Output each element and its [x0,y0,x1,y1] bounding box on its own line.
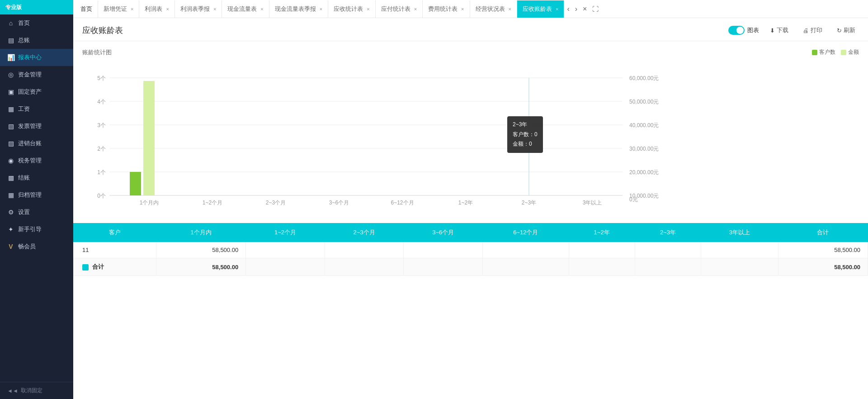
chart-svg: 5个 4个 3个 2个 1个 0个 60,000.00元 50,000.00元 … [82,62,656,216]
svg-text:3~6个月: 3~6个月 [329,200,349,206]
legend-amount-dot [841,50,846,55]
sidebar-item-settings[interactable]: ⚙ 设置 [0,204,73,221]
print-button[interactable]: 🖨 打印 [799,24,826,36]
cell-m3-6 [404,242,483,258]
tab-ar-aging[interactable]: 应收账龄表 × [517,0,564,18]
tab-voucher[interactable]: 新增凭证 × [98,0,139,18]
sidebar-item-tax[interactable]: ◉ 税务管理 [0,152,73,169]
refresh-button[interactable]: ↻ 刷新 [833,24,859,36]
chart-legend: 客户数 金额 [812,48,859,56]
tab-profit-quarter[interactable]: 利润表季报 × [175,0,222,18]
svg-text:2~3年: 2~3年 [522,200,536,206]
sidebar-item-reports[interactable]: 📊 报表中心 [0,49,73,66]
tab-expense-stat[interactable]: 费用统计表 × [423,0,470,18]
total-m1-2 [246,258,325,276]
tab-close-voucher[interactable]: × [131,6,133,12]
sidebar-item-archive[interactable]: ▦ 归档管理 [0,186,73,204]
svg-text:4个: 4个 [97,99,106,105]
chart-toggle[interactable] [728,26,745,35]
sidebar-item-ledger[interactable]: ▤ 总账 [0,32,73,49]
tab-close-expense-stat[interactable]: × [461,6,464,12]
legend-customer: 客户数 [812,48,835,56]
bar-amount-1 [143,81,155,195]
tab-cashflow[interactable]: 现金流量表 × [222,0,269,18]
tab-ar-stat[interactable]: 应收统计表 × [328,0,375,18]
data-table: 客户 1个月内 1~2个月 2~3个月 3~6个月 6~12个月 1~2年 2~… [73,223,868,276]
download-button[interactable]: ⬇ 下载 [766,24,792,36]
cell-total: 58,500.00 [778,242,868,258]
toggle-label: 图表 [747,26,759,34]
tab-profit[interactable]: 利润表 × [139,0,175,18]
bar-customer-1 [130,172,141,195]
table-header-row: 客户 1个月内 1~2个月 2~3个月 3~6个月 6~12个月 1~2年 2~… [73,223,868,242]
col-header-m3-6: 3~6个月 [404,223,483,242]
tab-ap-stat[interactable]: 应付统计表 × [376,0,423,18]
funds-icon: ◎ [7,71,14,78]
tab-close-ap-stat[interactable]: × [414,6,417,12]
content-area: 应收账龄表 图表 ⬇ 下载 🖨 打印 ↻ 刷新 [73,18,868,399]
tab-close-cashflow-quarter[interactable]: × [320,6,322,12]
archive-icon: ▦ [7,191,14,199]
cell-y1-2 [569,242,635,258]
sidebar-item-guide[interactable]: ✦ 新手引导 [0,221,73,238]
svg-text:3年以上: 3年以上 [583,200,602,206]
tab-expand-button[interactable]: ⛶ [590,0,601,18]
sidebar-item-home[interactable]: ⌂ 首页 [0,14,73,32]
chart-toggle-group: 图表 [728,26,759,35]
table-row: 11 58,500.00 58,500.00 [73,242,868,258]
total-label: 合计 [73,258,156,276]
refresh-icon: ↻ [837,27,842,34]
tab-close-profit-quarter[interactable]: × [213,6,216,12]
sidebar-item-funds[interactable]: ◎ 资金管理 [0,66,73,83]
tab-close-ar-aging[interactable]: × [556,6,558,12]
col-header-m1: 1个月内 [156,223,246,242]
svg-text:60,000.00元: 60,000.00元 [629,75,659,81]
header-actions: 图表 ⬇ 下载 🖨 打印 ↻ 刷新 [728,24,859,36]
tab-close-operations[interactable]: × [509,6,511,12]
tax-icon: ◉ [7,157,14,164]
sidebar-collapse-button[interactable]: ◄◄ 取消固定 [0,382,73,399]
tab-home[interactable]: 首页 [75,0,98,18]
sidebar-item-salary[interactable]: ▦ 工资 [0,100,73,118]
tab-close-all-button[interactable]: × [580,0,590,18]
svg-text:2~3个月: 2~3个月 [266,200,286,206]
tab-close-profit[interactable]: × [166,6,169,12]
svg-text:3个: 3个 [97,122,106,128]
total-y3plus [701,258,778,276]
vip-icon: V [7,243,14,250]
sidebar-item-close[interactable]: ▩ 结账 [0,169,73,186]
tab-operations[interactable]: 经营状况表 × [470,0,517,18]
total-total: 58,500.00 [778,258,868,276]
cell-y3plus [701,242,778,258]
chart-svg-wrapper: 5个 4个 3个 2个 1个 0个 60,000.00元 50,000.00元 … [82,62,859,216]
sidebar-item-sales-ledger[interactable]: ▨ 进销台账 [0,135,73,152]
total-icon [82,264,89,271]
tab-cashflow-quarter[interactable]: 现金流量表季报 × [269,0,328,18]
collapse-icon: ◄◄ [7,388,18,394]
tab-prev-button[interactable]: ‹ [564,0,572,18]
tab-close-ar-stat[interactable]: × [367,6,369,12]
svg-text:1~2年: 1~2年 [458,200,473,206]
tab-next-button[interactable]: › [572,0,580,18]
total-m2-3 [325,258,404,276]
col-header-customer: 客户 [73,223,156,242]
home-icon: ⌂ [7,19,14,27]
sidebar-item-fixed-assets[interactable]: ▣ 固定资产 [0,83,73,100]
cell-m6-12 [483,242,569,258]
salary-icon: ▦ [7,105,14,113]
svg-text:2个: 2个 [97,146,106,152]
svg-text:1~2个月: 1~2个月 [203,200,222,206]
main-area: 首页 新增凭证 × 利润表 × 利润表季报 × 现金流量表 × 现金流量表季报 … [73,0,868,399]
page-title: 应收账龄表 [82,25,123,36]
tab-close-cashflow[interactable]: × [260,6,263,12]
svg-text:40,000.00元: 40,000.00元 [629,122,659,128]
legend-customer-dot [812,50,817,55]
svg-text:6~12个月: 6~12个月 [391,200,414,206]
sidebar-item-invoice[interactable]: ▧ 发票管理 [0,118,73,135]
svg-text:0个: 0个 [97,193,106,199]
sidebar-item-vip[interactable]: V 畅会员 [0,238,73,255]
col-header-m6-12: 6~12个月 [483,223,569,242]
col-header-y3plus: 3年以上 [701,223,778,242]
total-y1-2 [569,258,635,276]
svg-text:5个: 5个 [97,75,106,81]
